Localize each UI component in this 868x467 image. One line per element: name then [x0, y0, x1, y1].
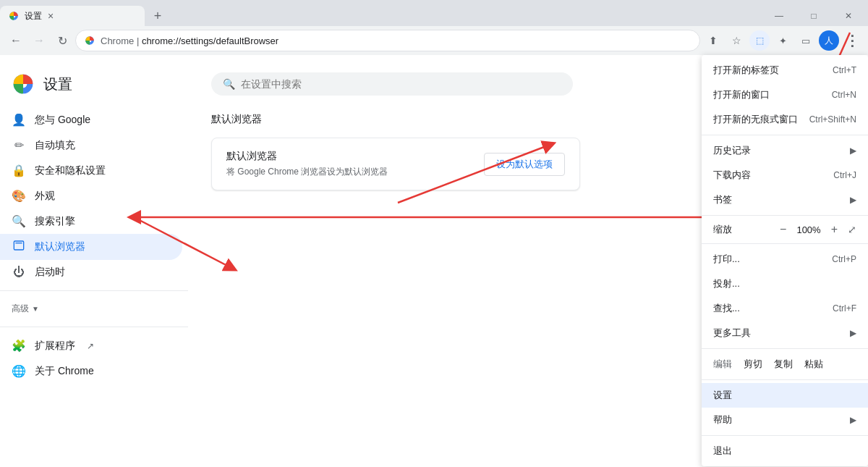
sidebar-toggle-button[interactable]: ▭	[796, 30, 816, 51]
cast-label: 投射...	[713, 277, 740, 290]
close-window-button[interactable]: ✕	[832, 6, 865, 26]
extension-icon-1: ⬚	[756, 35, 764, 46]
sidebar-item-about[interactable]: 🌐 关于 Chrome	[0, 358, 188, 384]
menu-item-exit[interactable]: 退出	[702, 439, 868, 463]
menu-item-new-tab[interactable]: 打开新的标签页 Ctrl+T	[702, 58, 868, 83]
refresh-button[interactable]: ↻	[52, 30, 72, 51]
incognito-shortcut: Ctrl+Shift+N	[809, 114, 856, 125]
downloads-shortcut: Ctrl+J	[833, 170, 856, 180]
extensions-label: 扩展程序	[35, 340, 75, 353]
forward-button[interactable]: →	[29, 30, 49, 51]
sidebar-item-label-profile: 您与 Google	[35, 114, 90, 127]
sidebar-item-profile[interactable]: 👤 您与 Google	[0, 107, 182, 132]
tab-close-button[interactable]: ×	[48, 10, 54, 22]
set-default-button[interactable]: 设为默认选项	[484, 153, 565, 176]
svg-rect-6	[14, 241, 23, 250]
menu-button[interactable]: ⋮	[842, 30, 862, 51]
sidebar-item-label-startup: 启动时	[35, 266, 65, 279]
menu-item-incognito[interactable]: 打开新的无痕式窗口 Ctrl+Shift+N	[702, 107, 868, 132]
profile-nav-icon: 👤	[12, 113, 26, 127]
privacy-icon: 🔒	[12, 164, 26, 177]
edit-label: 编辑	[713, 358, 732, 371]
active-tab[interactable]: 设置 ×	[0, 6, 145, 26]
search-input[interactable]	[241, 78, 561, 90]
menu-item-downloads[interactable]: 下载内容 Ctrl+J	[702, 163, 868, 188]
profile-button[interactable]: 人	[819, 30, 839, 51]
downloads-label: 下载内容	[713, 169, 751, 182]
extension-button-1[interactable]: ⬚	[749, 30, 770, 51]
menu-divider-1	[702, 135, 868, 135]
sidebar-item-label-default-browser: 默认浏览器	[35, 240, 85, 253]
sidebar-item-autofill[interactable]: ✏ 自动填充	[0, 132, 182, 158]
chrome-logo	[12, 72, 35, 96]
menu-divider-5	[702, 379, 868, 380]
sidebar-title: 设置	[43, 75, 72, 94]
sidebar-header: 设置	[0, 67, 188, 107]
sidebar-divider	[0, 290, 188, 291]
chevron-down-icon: ▼	[32, 305, 39, 313]
cut-button[interactable]: 剪切	[744, 358, 762, 371]
external-link-icon: ↗	[87, 341, 94, 351]
new-tab-label: 打开新的标签页	[713, 64, 779, 77]
menu-item-settings[interactable]: 设置	[702, 383, 868, 408]
menu-item-find[interactable]: 查找... Ctrl+F	[702, 296, 868, 321]
close-icon: ✕	[845, 11, 852, 21]
history-arrow: ▶	[850, 146, 856, 156]
menu-divider-3	[702, 243, 868, 244]
sidebar-item-search[interactable]: 🔍 搜索引擎	[0, 209, 182, 234]
menu-item-print[interactable]: 打印... Ctrl+P	[702, 247, 868, 272]
menu-item-history[interactable]: 历史记录 ▶	[702, 138, 868, 163]
extension-button-2[interactable]: ✦	[773, 30, 793, 51]
new-tab-button[interactable]: +	[148, 6, 168, 26]
refresh-icon: ↻	[58, 34, 67, 48]
sidebar-item-appearance[interactable]: 🎨 外观	[0, 183, 182, 209]
menu-item-help[interactable]: 帮助 ▶	[702, 408, 868, 432]
menu-item-cast[interactable]: 投射...	[702, 272, 868, 296]
share-icon: ⬆	[709, 35, 718, 46]
new-tab-shortcut: Ctrl+T	[833, 65, 856, 75]
sidebar-item-extensions[interactable]: 🧩 扩展程序 ↗	[0, 333, 188, 358]
card-info: 默认浏览器 将 Google Chrome 浏览器设为默认浏览器	[226, 150, 388, 178]
search-bar[interactable]: 🔍	[211, 72, 573, 96]
zoom-label: 缩放	[713, 223, 732, 236]
zoom-in-button[interactable]: +	[827, 222, 842, 237]
minimize-button[interactable]: —	[762, 6, 796, 26]
puzzle-icon: ✦	[779, 35, 787, 46]
menu-divider-6	[702, 435, 868, 436]
forward-icon: →	[33, 34, 45, 47]
bookmark-icon: ☆	[732, 35, 741, 46]
sidebar-icon: ▭	[801, 35, 810, 46]
address-text: Chrome | chrome://settings/defaultBrowse…	[101, 35, 278, 46]
tab-title: 设置	[25, 10, 42, 22]
history-label: 历史记录	[713, 144, 751, 157]
sidebar-item-default-browser[interactable]: 默认浏览器	[0, 234, 182, 260]
search-nav-icon: 🔍	[12, 214, 26, 228]
share-button[interactable]: ⬆	[703, 30, 723, 51]
autofill-icon: ✏	[12, 138, 26, 152]
settings-label: 设置	[713, 389, 732, 402]
maximize-icon: □	[811, 11, 816, 21]
more-tools-label: 更多工具	[713, 327, 751, 340]
appearance-icon: 🎨	[12, 189, 26, 203]
sidebar-item-startup[interactable]: ⏻ 启动时	[0, 260, 182, 285]
paste-button[interactable]: 粘贴	[804, 358, 823, 371]
bookmarks-label: 书签	[713, 193, 732, 206]
new-window-label: 打开新的窗口	[713, 88, 770, 101]
zoom-expand-icon[interactable]: ⤢	[848, 224, 856, 235]
extensions-icon: 🧩	[12, 339, 26, 353]
menu-item-more-tools[interactable]: 更多工具 ▶	[702, 321, 868, 345]
sidebar-divider-2	[0, 327, 188, 327]
menu-item-new-window[interactable]: 打开新的窗口 Ctrl+N	[702, 83, 868, 107]
sidebar-advanced[interactable]: 高级 ▼	[0, 297, 188, 321]
bookmark-button[interactable]: ☆	[726, 30, 746, 51]
maximize-button[interactable]: □	[797, 6, 830, 26]
sidebar-item-privacy[interactable]: 🔒 安全和隐私设置	[0, 158, 182, 183]
menu-divider-2	[702, 215, 868, 216]
copy-button[interactable]: 复制	[774, 358, 793, 371]
sidebar: 设置 👤 您与 Google ✏ 自动填充 🔒 安全和隐私设置 🎨 外观 🔍	[0, 55, 188, 467]
back-button[interactable]: ←	[6, 30, 26, 51]
menu-item-bookmarks[interactable]: 书签 ▶	[702, 188, 868, 212]
zoom-out-button[interactable]: −	[775, 222, 791, 237]
sidebar-item-label-appearance: 外观	[35, 190, 55, 203]
address-bar[interactable]: Chrome | chrome://settings/defaultBrowse…	[75, 30, 700, 51]
